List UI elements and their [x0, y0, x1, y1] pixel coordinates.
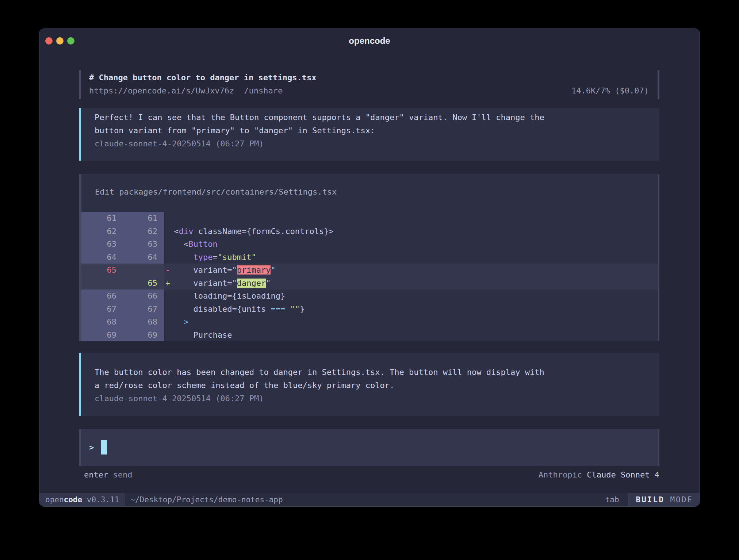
new-line-number: 68 — [123, 315, 164, 329]
assistant-message: Perfect! I can see that the Button compo… — [79, 108, 659, 161]
new-line-number: 63 — [123, 238, 164, 251]
window-title: opencode — [349, 36, 390, 46]
diff-row: 6464 type="submit" — [81, 251, 658, 264]
old-line-number: 61 — [81, 212, 123, 225]
diff-code-line: disabled={units === ""} — [164, 303, 658, 316]
new-line-number: 64 — [123, 251, 164, 264]
new-line-number: 61 — [123, 212, 164, 225]
diff-row: 6868 > — [81, 315, 658, 329]
session-header: # Change button color to danger in setti… — [79, 70, 659, 99]
title-bar: opencode — [39, 29, 700, 53]
working-directory: ~/Desktop/Projects/demo-notes-app — [130, 495, 283, 504]
diff-code-line: type="submit" — [164, 251, 658, 264]
diff-row: 6969 Purchase — [81, 329, 658, 342]
diff-view: 61616262<div className={formCs.controls}… — [81, 212, 658, 341]
diff-row: 65- variant="primary" — [81, 264, 658, 277]
old-line-number: 66 — [81, 289, 123, 303]
diff-row: 6363 <Button — [81, 238, 658, 251]
diff-row: 6161 — [81, 212, 658, 225]
text-cursor — [101, 440, 107, 454]
old-line-number: 68 — [81, 315, 123, 329]
message-model-timestamp: claude-sonnet-4-20250514 (06:27 PM) — [95, 137, 651, 150]
tab-key-hint: tab — [605, 495, 619, 504]
diff-row: 6666 loading={isLoading} — [81, 289, 658, 303]
close-button[interactable] — [45, 37, 53, 45]
new-line-number: 69 — [123, 329, 164, 342]
old-line-number: 69 — [81, 329, 123, 342]
model-label: Claude Sonnet 4 — [587, 470, 659, 479]
app-name: open — [45, 495, 64, 504]
diff-code-line: > — [164, 315, 658, 329]
diff-row: 65+ variant="danger" — [81, 277, 658, 290]
main-content: # Change button color to danger in setti… — [39, 70, 700, 479]
diff-code-line: - variant="primary" — [164, 264, 658, 277]
input-hints-row: enter send Anthropic Claude Sonnet 4 — [79, 471, 659, 479]
new-line-number: 62 — [123, 225, 164, 238]
diff-code-line: <div className={formCs.controls}> — [164, 225, 658, 238]
diff-code-line: Purchase — [164, 329, 658, 342]
edit-tool-card: Edit packages/frontend/src/containers/Se… — [79, 174, 659, 341]
old-line-number: 62 — [81, 225, 123, 238]
message-text: Perfect! I can see that the Button compo… — [95, 111, 651, 124]
minimize-button[interactable] — [56, 37, 64, 45]
old-line-number: 65 — [81, 264, 123, 277]
new-line-number: 67 — [123, 303, 164, 316]
assistant-message: The button color has been changed to dan… — [79, 353, 659, 416]
new-line-number: 65 — [123, 277, 164, 290]
new-line-number — [123, 264, 164, 277]
old-line-number — [81, 277, 123, 290]
diff-row: 6262<div className={formCs.controls}> — [81, 225, 658, 238]
provider-label: Anthropic — [539, 470, 587, 479]
version-label: v0.3.11 — [82, 495, 119, 504]
prompt-input[interactable]: > — [79, 429, 659, 466]
share-url-link[interactable]: https://opencode.ai/s/UwJxv76z — [89, 84, 234, 97]
message-text: The button color has been changed to dan… — [95, 366, 651, 379]
token-usage: 14.6K/7% ($0.07) — [571, 84, 649, 97]
session-title: # Change button color to danger in setti… — [89, 71, 649, 84]
status-divider — [628, 493, 629, 506]
unshare-command[interactable]: /unshare — [244, 84, 283, 97]
old-line-number: 63 — [81, 238, 123, 251]
app-version-chip: opencode v0.3.11 — [39, 493, 125, 506]
opencode-window: opencode # Change button color to danger… — [39, 28, 700, 507]
diff-row: 6767 disabled={units === ""} — [81, 303, 658, 316]
diff-code-line: + variant="danger" — [164, 277, 658, 290]
old-line-number: 64 — [81, 251, 123, 264]
send-hint-label: send — [113, 471, 132, 479]
diff-code-line — [164, 212, 658, 225]
message-model-timestamp: claude-sonnet-4-20250514 (06:27 PM) — [95, 392, 651, 405]
enter-key-hint: enter — [84, 471, 108, 479]
edit-file-path: Edit packages/frontend/src/containers/Se… — [81, 174, 658, 212]
old-line-number: 67 — [81, 303, 123, 316]
diff-code-line: <Button — [164, 238, 658, 251]
maximize-button[interactable] — [67, 37, 74, 45]
new-line-number: 66 — [123, 289, 164, 303]
status-bar: opencode v0.3.11 ~/Desktop/Projects/demo… — [39, 493, 700, 506]
prompt-symbol: > — [89, 443, 94, 452]
diff-code-line: loading={isLoading} — [164, 289, 658, 303]
message-text: a red/rose color scheme instead of the b… — [95, 379, 651, 392]
traffic-lights — [45, 29, 74, 53]
message-text: button variant from "primary" to "danger… — [95, 124, 651, 137]
mode-badge: BUILD MODE — [629, 493, 700, 506]
